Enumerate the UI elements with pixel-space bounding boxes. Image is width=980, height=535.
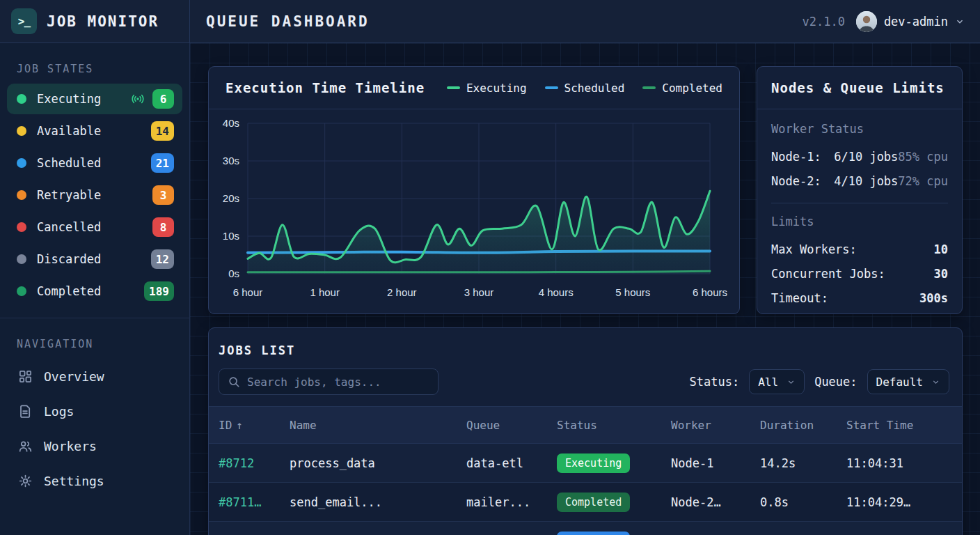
search-icon <box>228 375 240 388</box>
terminal-glyph: >_ <box>18 15 30 28</box>
limit-label: Timeout: <box>771 291 919 305</box>
node-name: Node-1: <box>771 150 834 164</box>
state-label: Completed <box>37 284 101 298</box>
sort-ascending-icon: ↑ <box>236 419 243 432</box>
job-id-link[interactable]: #8712 <box>219 456 254 470</box>
limit-row: Timeout: 300s <box>771 286 948 310</box>
retryable-dot-icon <box>17 190 26 200</box>
search-input[interactable] <box>247 375 429 389</box>
completed-line-swatch <box>642 86 656 89</box>
grid-icon <box>18 369 33 384</box>
sidebar-item-cancelled[interactable]: Cancelled 8 <box>7 212 182 242</box>
node-status-row: Node-1: 6/10 jobs 85% cpu <box>771 144 948 169</box>
limit-value: 300s <box>919 291 948 305</box>
legend-label: Scheduled <box>564 82 625 95</box>
discarded-dot-icon <box>17 254 26 264</box>
jobs-table-header: ID↑ Name Queue Status Worker Duration St… <box>209 406 962 444</box>
legend-executing[interactable]: Executing <box>447 82 527 95</box>
status-filter-select[interactable]: All <box>749 369 805 394</box>
jobs-search[interactable] <box>219 369 438 395</box>
sidebar: JOB STATES Executing 6 Available 14 Sche… <box>0 43 190 535</box>
gear-icon <box>18 474 33 488</box>
job-queue: mailer... <box>466 495 557 509</box>
job-duration: 0.8s <box>760 495 846 509</box>
column-header-name[interactable]: Name <box>290 419 466 432</box>
people-icon <box>18 439 33 453</box>
table-row[interactable]: #8712 process_data data-etl Executing No… <box>209 444 962 483</box>
table-row[interactable]: #8711… send_email... mailer... Completed… <box>209 483 962 522</box>
main-content: Execution Time Timeline Executing Schedu… <box>190 43 980 535</box>
app-brand: >_ JOB MONITOR <box>0 0 190 42</box>
node-cpu: 72% cpu <box>898 174 948 188</box>
file-icon <box>18 404 33 419</box>
column-header-status[interactable]: Status <box>557 419 671 432</box>
sidebar-item-workers[interactable]: Workers <box>0 428 189 463</box>
column-header-id[interactable]: ID↑ <box>209 419 290 432</box>
svg-text:10s: 10s <box>223 230 239 242</box>
state-label: Cancelled <box>37 220 101 234</box>
limit-label: Max Workers: <box>771 242 934 256</box>
column-header-duration[interactable]: Duration <box>760 419 846 432</box>
timeline-chart: 0s10s20s30s40s6 hour1 hour2 hour3 hour4 … <box>209 109 739 313</box>
jobs-list-heading: JOBS LIST <box>209 328 962 357</box>
limits-heading: Limits <box>771 215 948 228</box>
state-count-badge: 8 <box>152 217 174 237</box>
state-count-badge: 21 <box>151 153 174 173</box>
sidebar-item-available[interactable]: Available 14 <box>7 116 182 146</box>
state-label: Discarded <box>37 252 101 266</box>
job-id-link[interactable]: #8711… <box>219 495 261 509</box>
status-badge: Scheduled <box>557 532 630 535</box>
column-header-queue[interactable]: Queue <box>466 419 557 432</box>
column-header-start-time[interactable]: Start Time <box>846 419 962 432</box>
nodes-panel-title: Nodes & Queue Limits <box>771 80 945 95</box>
node-status-row: Node-2: 4/10 jobs 72% cpu <box>771 169 948 193</box>
state-label: Available <box>37 124 101 138</box>
queue-filter-select[interactable]: Default <box>867 369 949 394</box>
job-queue: data-etl <box>466 456 557 470</box>
column-header-worker[interactable]: Worker <box>671 419 760 432</box>
chart-legend: Executing Scheduled Completed <box>447 82 722 95</box>
svg-text:6 hour: 6 hour <box>233 286 263 298</box>
sidebar-item-overview[interactable]: Overview <box>0 359 189 394</box>
chevron-down-icon <box>787 378 796 387</box>
table-row[interactable]: #8710 process_data mailer Scheduled Node… <box>209 522 962 535</box>
user-menu[interactable]: dev-admin <box>856 11 965 32</box>
sidebar-item-logs[interactable]: Logs <box>0 394 189 428</box>
svg-text:4 hours: 4 hours <box>539 286 574 298</box>
navigation-heading: NAVIGATION <box>17 338 189 350</box>
queue-filter-value: Default <box>876 375 923 389</box>
job-start-time: 11:04:31 <box>846 456 962 470</box>
chevron-down-icon <box>955 17 965 26</box>
worker-status-heading: Worker Status <box>771 122 948 136</box>
svg-text:40s: 40s <box>223 117 239 129</box>
node-cpu: 85% cpu <box>898 150 948 164</box>
job-duration: 14.2s <box>760 456 846 470</box>
legend-scheduled[interactable]: Scheduled <box>545 82 625 95</box>
sidebar-item-retryable[interactable]: Retryable 3 <box>7 180 182 210</box>
node-name: Node-2: <box>771 174 834 188</box>
jobs-table: ID↑ Name Queue Status Worker Duration St… <box>209 406 962 535</box>
job-worker: Node-2… <box>671 495 760 509</box>
nav-label: Logs <box>44 404 74 419</box>
user-avatar <box>856 11 877 32</box>
app-title: JOB MONITOR <box>47 13 159 30</box>
limit-row: Concurrent Jobs: 30 <box>771 261 948 286</box>
sidebar-item-executing[interactable]: Executing 6 <box>7 84 182 114</box>
scheduled-dot-icon <box>17 158 26 168</box>
limit-value: 10 <box>934 242 948 256</box>
state-count-badge: 14 <box>151 121 174 141</box>
status-badge: Completed <box>557 493 630 512</box>
svg-text:2 hour: 2 hour <box>387 286 417 298</box>
job-start-time: 11:04:29… <box>846 495 962 509</box>
status-filter-value: All <box>758 375 778 389</box>
version-label: v2.1.0 <box>802 15 844 29</box>
svg-text:5 hours: 5 hours <box>615 286 650 298</box>
sidebar-item-completed[interactable]: Completed 189 <box>7 276 182 307</box>
legend-label: Completed <box>662 82 722 95</box>
sidebar-item-discarded[interactable]: Discarded 12 <box>7 244 182 274</box>
sidebar-item-settings[interactable]: Settings <box>0 463 189 498</box>
legend-completed[interactable]: Completed <box>642 82 722 95</box>
state-label: Retryable <box>37 188 101 202</box>
svg-text:1 hour: 1 hour <box>310 286 340 298</box>
sidebar-item-scheduled[interactable]: Scheduled 21 <box>7 148 182 178</box>
